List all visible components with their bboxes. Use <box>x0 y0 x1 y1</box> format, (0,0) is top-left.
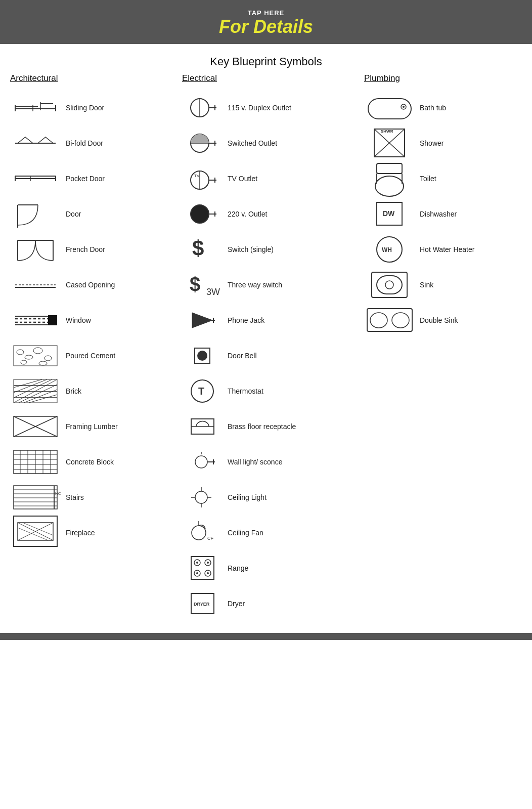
list-item: Window <box>10 304 182 336</box>
svg-rect-26 <box>14 346 57 366</box>
list-item: Concrete Block <box>10 446 182 478</box>
footer-bar <box>0 633 532 640</box>
svg-rect-111 <box>191 557 214 579</box>
svg-rect-57 <box>14 486 57 509</box>
list-item: Switched Outlet <box>182 127 364 159</box>
list-item: Ceiling Light <box>182 481 364 514</box>
switched-outlet-label: Switched Outlet <box>223 139 277 147</box>
range-label: Range <box>223 564 248 572</box>
ceiling-fan-label: Ceiling Fan <box>223 529 263 537</box>
duplex-outlet-label: 115 v. Duplex Outlet <box>223 104 291 112</box>
plumbing-column: Plumbing Bath tub SHW <box>364 73 522 623</box>
list-item: Door <box>10 198 182 230</box>
thermostat-symbol: T <box>182 376 223 406</box>
dishwasher-label: Dishwasher <box>415 210 457 218</box>
thermostat-label: Thermostat <box>223 387 263 395</box>
list-item: Wall light/ sconce <box>182 446 364 478</box>
list-item: $ Switch (single) <box>182 233 364 266</box>
phone-jack-label: Phone Jack <box>223 316 264 324</box>
list-item: Sink <box>364 269 522 301</box>
brass-floor-receptacle-label: Brass floor receptacle <box>223 422 296 431</box>
for-details-label: For Details <box>0 17 532 37</box>
bifold-door-symbol <box>10 128 61 158</box>
sink-label: Sink <box>415 281 433 289</box>
svg-point-117 <box>207 562 209 564</box>
door-bell-label: Door Bell <box>223 352 257 360</box>
brass-floor-receptacle-symbol <box>182 411 223 442</box>
cased-opening-label: Cased Opening <box>61 280 115 289</box>
list-item: 220 v. Outlet <box>182 198 364 230</box>
svg-text:DW: DW <box>383 209 395 218</box>
double-sink-label: Double Sink <box>415 316 458 324</box>
framing-lumber-symbol <box>10 411 61 442</box>
bathtub-label: Bath tub <box>415 104 446 112</box>
window-label: Window <box>61 316 91 325</box>
door-bell-symbol <box>182 340 223 371</box>
list-item: Fireplace <box>10 517 182 549</box>
svg-rect-25 <box>48 315 57 325</box>
svg-point-29 <box>33 348 42 354</box>
pocket-door-label: Pocket Door <box>61 174 105 183</box>
door-symbol <box>10 199 61 229</box>
list-item: 115 v. Duplex Outlet <box>182 92 364 124</box>
svg-point-99 <box>195 456 207 468</box>
list-item: Poured Cement <box>10 339 182 372</box>
svg-point-124 <box>403 106 405 108</box>
duplex-outlet-symbol <box>182 93 223 123</box>
svg-point-103 <box>195 491 207 503</box>
svg-text:$: $ <box>190 274 200 295</box>
dishwasher-symbol: DW <box>364 199 415 229</box>
list-item: Range <box>182 552 364 584</box>
list-item: Bi-fold Door <box>10 127 182 159</box>
svg-text:3W: 3W <box>206 287 220 297</box>
svg-text:SHWR: SHWR <box>381 129 393 134</box>
list-item: Brass floor receptacle <box>182 410 364 443</box>
list-item: CF Ceiling Fan <box>182 517 364 549</box>
svg-text:T: T <box>198 386 204 397</box>
list-item: Cased Opening <box>10 269 182 301</box>
ceiling-light-symbol <box>182 482 223 513</box>
bathtub-symbol <box>364 93 415 123</box>
sink-symbol <box>364 270 415 300</box>
svg-text:NC: NC <box>55 491 61 496</box>
toilet-symbol <box>364 163 415 194</box>
list-item: WH Hot Water Heater <box>364 233 522 266</box>
svg-point-139 <box>385 281 393 289</box>
svg-point-94 <box>197 351 207 361</box>
220v-outlet-symbol <box>182 199 223 229</box>
svg-point-108 <box>192 526 206 540</box>
header[interactable]: TAP HERE For Details <box>0 0 532 44</box>
shower-symbol: SHWR <box>364 128 415 158</box>
svg-point-142 <box>392 313 409 328</box>
list-item: Toilet <box>364 162 522 195</box>
list-item: $ 3W Three way switch <box>182 269 364 301</box>
list-item: Double Sink <box>364 304 522 336</box>
svg-point-84 <box>191 205 209 223</box>
phone-jack-symbol <box>182 305 223 335</box>
list-item: TV TV Outlet <box>182 162 364 195</box>
list-item: Sliding Door <box>10 92 182 124</box>
list-item: Bath tub <box>364 92 522 124</box>
svg-text:WH: WH <box>382 246 392 253</box>
svg-point-28 <box>25 355 33 359</box>
fireplace-symbol <box>10 518 61 548</box>
svg-rect-138 <box>377 276 402 294</box>
architectural-column: Architectural Sliding Door <box>10 73 182 623</box>
arch-col-header: Architectural <box>10 73 182 92</box>
list-item: NC Stairs <box>10 481 182 514</box>
three-way-switch-symbol: $ 3W <box>182 270 223 300</box>
tv-outlet-label: TV Outlet <box>223 175 257 183</box>
french-door-symbol <box>10 234 61 265</box>
door-label: Door <box>61 209 81 219</box>
window-symbol <box>10 305 61 335</box>
poured-cement-label: Poured Cement <box>61 351 115 360</box>
list-item: DW Dishwasher <box>364 198 522 230</box>
framing-lumber-label: Framing Lumber <box>61 422 118 431</box>
svg-rect-129 <box>377 163 402 174</box>
french-door-label: French Door <box>61 245 105 254</box>
hot-water-heater-label: Hot Water Heater <box>415 245 474 253</box>
range-symbol <box>182 553 223 583</box>
shower-label: Shower <box>415 139 444 147</box>
list-item: Brick <box>10 375 182 407</box>
svg-point-118 <box>196 572 198 574</box>
